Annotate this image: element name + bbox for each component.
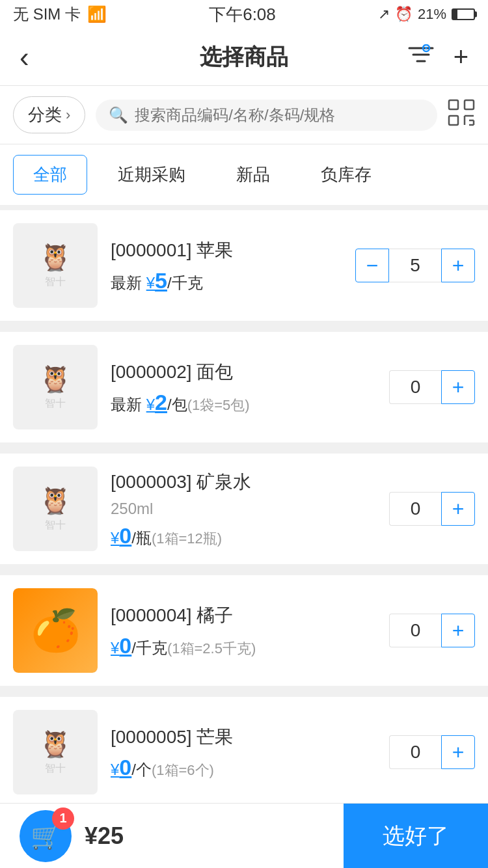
search-box: 🔍 <box>96 100 437 131</box>
product-info: [0000005] 芒果 ¥0/个(1箱=6个) <box>111 725 376 780</box>
scan-icon[interactable] <box>448 99 475 131</box>
qty-input[interactable] <box>389 492 441 526</box>
status-time: 下午6:08 <box>209 3 276 26</box>
search-input[interactable] <box>135 106 424 124</box>
cart-section: 🛒 1 ¥25 <box>0 810 344 862</box>
owl-placeholder: 🦉 智十 <box>39 364 72 411</box>
qty-input[interactable] <box>389 249 441 282</box>
filter-bar: 分类 › 🔍 <box>0 86 488 144</box>
product-image: 🦉 智十 <box>13 710 98 794</box>
list-item: 🦉 智十 [0000001] 苹果 最新 ¥5/千克 − + <box>0 210 488 321</box>
product-info: [0000004] 橘子 ¥0/千克(1箱=2.5千克) <box>111 603 376 658</box>
product-name: [0000005] 芒果 <box>111 725 376 750</box>
product-price: ¥0/个(1箱=6个) <box>111 755 376 780</box>
item-separator <box>0 686 488 697</box>
nav-bar: ‹ 选择商品 + <box>0 29 488 86</box>
battery-percent: 21% <box>418 6 446 23</box>
alarm-icon: ⏰ <box>395 6 413 23</box>
wifi-icon: 📶 <box>87 5 107 23</box>
product-info: [0000001] 苹果 最新 ¥5/千克 <box>111 238 342 293</box>
svg-rect-7 <box>449 116 458 125</box>
owl-placeholder: 🦉 智十 <box>39 242 72 289</box>
cart-badge: 1 <box>52 807 74 830</box>
item-separator <box>0 443 488 454</box>
product-price: ¥0/千克(1箱=2.5千克) <box>111 633 376 658</box>
product-name: [0000001] 苹果 <box>111 238 342 263</box>
list-item: 🦉 智十 [0000005] 芒果 ¥0/个(1箱=6个) + <box>0 697 488 808</box>
tab-negative[interactable]: 负库存 <box>301 155 392 195</box>
product-list: 🦉 智十 [0000001] 苹果 最新 ¥5/千克 − + 🦉 智十 [000… <box>0 210 488 868</box>
product-info: [0000002] 面包 最新 ¥2/包(1袋=5包) <box>111 360 376 415</box>
add-icon[interactable]: + <box>454 42 468 72</box>
product-name: [0000003] 矿泉水 <box>111 470 376 495</box>
qty-input[interactable] <box>389 614 441 647</box>
qty-input[interactable] <box>389 370 441 404</box>
qty-control: + <box>389 614 475 647</box>
qty-control: − + <box>355 249 475 282</box>
product-price: ¥0/瓶(1箱=12瓶) <box>111 523 376 549</box>
svg-rect-5 <box>449 100 458 109</box>
qty-plus-button[interactable]: + <box>441 249 475 282</box>
search-icon: 🔍 <box>109 106 128 124</box>
tab-new[interactable]: 新品 <box>216 155 290 195</box>
owl-placeholder: 🦉 智十 <box>39 729 72 776</box>
category-label: 分类 <box>28 103 62 126</box>
list-item: 🦉 智十 [0000003] 矿泉水 250ml ¥0/瓶(1箱=12瓶) + <box>0 454 488 565</box>
svg-rect-6 <box>465 100 474 109</box>
bottom-bar: 🛒 1 ¥25 选好了 <box>0 803 488 868</box>
product-info: [0000003] 矿泉水 250ml ¥0/瓶(1箱=12瓶) <box>111 470 376 549</box>
category-arrow-icon: › <box>66 107 70 124</box>
product-image: 🦉 智十 <box>13 345 98 429</box>
status-right: ↗ ⏰ 21% <box>378 6 475 23</box>
nav-actions: + <box>408 42 468 72</box>
qty-input[interactable] <box>389 735 441 769</box>
category-button[interactable]: 分类 › <box>13 96 85 133</box>
qty-plus-button[interactable]: + <box>441 492 475 526</box>
tab-all[interactable]: 全部 <box>13 155 87 195</box>
qty-plus-button[interactable]: + <box>441 614 475 647</box>
qty-plus-button[interactable]: + <box>441 735 475 769</box>
product-name: [0000002] 面包 <box>111 360 376 385</box>
confirm-button[interactable]: 选好了 <box>344 804 488 868</box>
product-name: [0000004] 橘子 <box>111 603 376 628</box>
list-item: 🦉 智十 [0000002] 面包 最新 ¥2/包(1袋=5包) + <box>0 332 488 443</box>
product-image: 🦉 智十 <box>13 223 98 308</box>
location-icon: ↗ <box>378 6 390 23</box>
qty-control: + <box>389 735 475 769</box>
product-image: 🦉 智十 <box>13 467 98 551</box>
tab-recent[interactable]: 近期采购 <box>98 155 206 195</box>
back-button[interactable]: ‹ <box>20 41 29 74</box>
page-title: 选择商品 <box>200 42 288 72</box>
svg-point-4 <box>425 47 427 49</box>
status-left: 无 SIM 卡 📶 <box>13 4 107 25</box>
item-separator <box>0 565 488 575</box>
qty-plus-button[interactable]: + <box>441 370 475 404</box>
product-spec: 250ml <box>111 500 376 518</box>
filter-icon[interactable] <box>408 44 434 70</box>
carrier-text: 无 SIM 卡 <box>13 4 81 25</box>
list-item: 🍊 [0000004] 橘子 ¥0/千克(1箱=2.5千克) + <box>0 575 488 686</box>
battery-icon <box>452 8 475 20</box>
product-price: 最新 ¥5/千克 <box>111 268 342 293</box>
owl-placeholder: 🦉 智十 <box>39 485 72 532</box>
qty-control: + <box>389 492 475 526</box>
item-separator <box>0 321 488 332</box>
product-price: 最新 ¥2/包(1袋=5包) <box>111 390 376 415</box>
cart-button[interactable]: 🛒 1 <box>20 810 72 862</box>
cart-total: ¥25 <box>85 822 124 850</box>
qty-control: + <box>389 370 475 404</box>
tabs-bar: 全部 近期采购 新品 负库存 <box>0 144 488 210</box>
status-bar: 无 SIM 卡 📶 下午6:08 ↗ ⏰ 21% <box>0 0 488 29</box>
qty-minus-button[interactable]: − <box>355 249 389 282</box>
product-image: 🍊 <box>13 588 98 673</box>
